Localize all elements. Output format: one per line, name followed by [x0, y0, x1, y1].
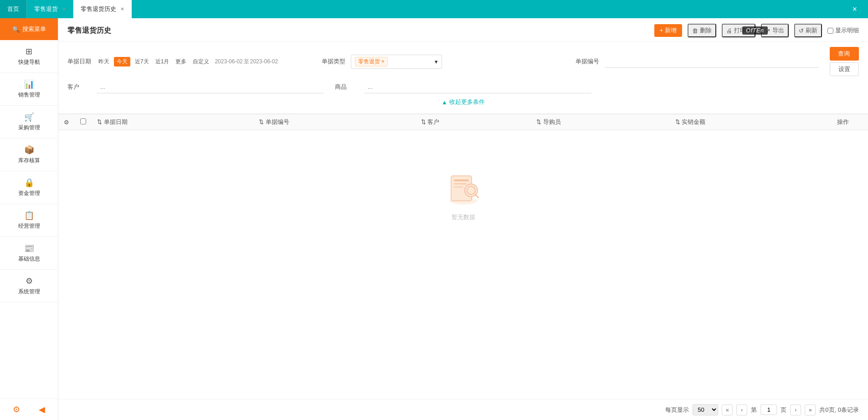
empty-icon	[443, 167, 484, 208]
display-detail-input[interactable]	[827, 28, 833, 34]
date-opt-more[interactable]: 更多	[174, 57, 188, 67]
type-tag: 零售退货 ×	[355, 57, 388, 67]
sidebar-item-quick-nav[interactable]: ⊞ 快捷导航	[0, 40, 58, 73]
empty-state: 暂无数据	[58, 130, 868, 258]
purchase-icon: 🛒	[24, 112, 34, 122]
th-customer[interactable]: ⇅ 客户	[416, 114, 531, 130]
display-detail-checkbox[interactable]: 显示明细	[827, 26, 859, 35]
sidebar-item-system-label: 系统管理	[18, 288, 40, 296]
date-opt-7days[interactable]: 近7天	[133, 57, 151, 67]
sidebar-item-sales[interactable]: 📊 销售管理	[0, 73, 58, 106]
first-page-button[interactable]: «	[722, 405, 733, 415]
page-size-label: 每页显示	[665, 406, 689, 414]
filter-customer-input[interactable]	[97, 82, 324, 92]
sidebar-item-purchase[interactable]: 🛒 采购管理	[0, 106, 58, 138]
date-opt-yesterday[interactable]: 昨天	[97, 57, 111, 67]
type-tag-close[interactable]: ×	[381, 58, 385, 65]
sidebar-search[interactable]: 🔍 搜索菜单	[0, 18, 58, 40]
tab-retail-return[interactable]: 零售退货 ×	[27, 0, 73, 18]
sidebar-item-purchase-label: 采购管理	[18, 124, 40, 132]
page-size-select[interactable]: 50 100 200	[693, 404, 718, 415]
sidebar-bottom: ⚙ ◀	[0, 399, 58, 420]
sidebar-collapse-button[interactable]: ◀	[39, 405, 45, 415]
svg-rect-2	[454, 179, 469, 181]
filter-number-item: 单据编号	[575, 55, 819, 68]
filter-date-item: 单据日期 昨天 今天 近7天 近1月 更多 自定义 2023-06-02 至 2…	[67, 57, 311, 67]
filter-date-options: 昨天 今天 近7天 近1月 更多 自定义	[97, 57, 211, 67]
data-table: ⚙ ⇅ 单据日期 ⇅ 单据编号 ⇅ 客户 ⇅ 导购员	[58, 114, 868, 130]
delete-icon: 🗑	[692, 27, 698, 34]
finance-icon: 🔒	[24, 178, 34, 188]
delete-label: 删除	[700, 26, 712, 35]
tab-home[interactable]: 首页	[0, 0, 27, 18]
th-settings[interactable]: ⚙	[58, 114, 75, 130]
top-bar-right: ×	[848, 5, 868, 14]
refresh-button[interactable]: ↺ 刷新	[794, 24, 822, 37]
collapse-up-icon: ▲	[442, 99, 447, 106]
tab-retail-return-close[interactable]: ×	[62, 6, 66, 12]
filter-customer-label: 客户	[67, 83, 93, 91]
system-icon: ⚙	[26, 276, 33, 286]
th-guide[interactable]: ⇅ 导购员	[531, 114, 669, 130]
new-button[interactable]: + 新增	[654, 24, 682, 37]
main-layout: 🔍 搜索菜单 ⊞ 快捷导航 📊 销售管理 🛒 采购管理 📦 库存核算 🔒 资金管…	[0, 18, 868, 420]
sidebar-item-finance[interactable]: 🔒 资金管理	[0, 171, 58, 204]
th-check[interactable]	[75, 114, 92, 130]
sidebar-settings-button[interactable]: ⚙	[13, 405, 20, 415]
page-unit: 页	[781, 406, 786, 414]
th-date[interactable]: ⇅ 单据日期	[92, 114, 253, 130]
operation-icon: 📋	[24, 210, 34, 220]
collapse-button[interactable]: ▲ 收起更多条件	[442, 98, 485, 106]
tab-bar: 首页 零售退货 × 零售退货历史 ×	[0, 0, 848, 18]
filter-number-input[interactable]	[605, 56, 819, 67]
last-page-button[interactable]: »	[805, 405, 816, 415]
query-button[interactable]: 查询	[830, 47, 859, 61]
date-range-display: 2023-06-02 至 2023-06-02	[215, 58, 278, 66]
sidebar-item-basic[interactable]: 📰 基础信息	[0, 237, 58, 270]
filter-type-item: 单据类型 零售退货 × ▾	[322, 55, 565, 69]
query-settings-buttons: 查询 设置	[830, 47, 859, 76]
sidebar-item-operation-label: 经营管理	[18, 222, 40, 230]
sidebar-item-system[interactable]: ⚙ 系统管理	[0, 270, 58, 302]
th-actions-label: 操作	[837, 118, 849, 125]
export-label: 导出	[772, 26, 784, 35]
print-icon: 🖨	[726, 27, 732, 34]
settings-button[interactable]: 设置	[830, 62, 859, 76]
tab-retail-return-history-close[interactable]: ×	[121, 6, 124, 12]
filter-type-label: 单据类型	[322, 57, 347, 66]
th-number[interactable]: ⇅ 单据编号	[253, 114, 415, 130]
tab-home-label: 首页	[7, 5, 19, 13]
next-page-button[interactable]: ›	[790, 405, 801, 415]
date-opt-1month[interactable]: 近1月	[154, 57, 171, 67]
filter-date-label: 单据日期	[67, 57, 93, 66]
sales-icon: 📊	[24, 79, 34, 89]
filter-type-select[interactable]: 零售退货 × ▾	[351, 55, 442, 69]
date-opt-today[interactable]: 今天	[114, 57, 130, 67]
collapse-label: 收起更多条件	[449, 98, 485, 106]
tab-retail-return-history[interactable]: 零售退货历史 ×	[73, 0, 132, 18]
select-all-checkbox[interactable]	[80, 118, 86, 124]
refresh-icon: ↺	[799, 27, 804, 34]
sidebar-item-quick-nav-label: 快捷导航	[18, 58, 40, 66]
table-header-row: ⚙ ⇅ 单据日期 ⇅ 单据编号 ⇅ 客户 ⇅ 导购员	[58, 114, 868, 130]
pagination: 每页显示 50 100 200 « ‹ 第 页 › » 共0页, 0条记录	[58, 399, 868, 420]
prev-page-button[interactable]: ‹	[736, 405, 747, 415]
page-number-input[interactable]	[760, 405, 777, 415]
date-opt-custom[interactable]: 自定义	[191, 57, 211, 67]
window-close-button[interactable]: ×	[848, 5, 861, 14]
table-area: ⚙ ⇅ 单据日期 ⇅ 单据编号 ⇅ 客户 ⇅ 导购员	[58, 114, 868, 399]
sidebar-item-inventory[interactable]: 📦 库存核算	[0, 138, 58, 171]
page-label: 第	[751, 406, 757, 414]
sidebar-item-basic-label: 基础信息	[18, 255, 40, 263]
svg-rect-3	[454, 183, 467, 184]
sidebar-item-operation[interactable]: 📋 经营管理	[0, 204, 58, 237]
filter-row-2: 客户 商品	[67, 81, 859, 93]
svg-rect-4	[454, 186, 463, 188]
filter-customer-item: 客户	[67, 81, 324, 93]
sidebar-item-inventory-label: 库存核算	[18, 157, 40, 164]
delete-button[interactable]: 🗑 删除	[688, 24, 716, 37]
filter-goods-input[interactable]	[364, 82, 591, 92]
th-guide-label: ⇅ 导购员	[536, 118, 561, 125]
tab-retail-return-label: 零售退货	[34, 5, 58, 13]
th-amount[interactable]: ⇅ 实销金额	[670, 114, 832, 130]
